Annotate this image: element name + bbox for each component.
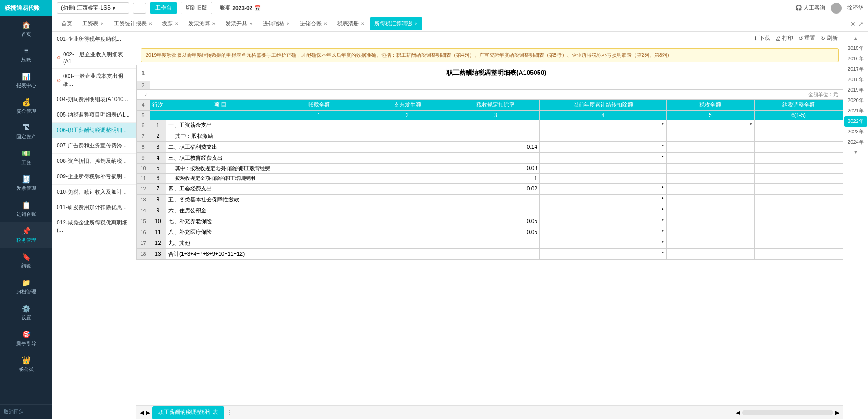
year-2022[interactable]: 2022年 <box>844 116 867 127</box>
year-2015[interactable]: 2015年 <box>844 43 867 54</box>
horizontal-scrollbar[interactable] <box>742 410 833 415</box>
tab-invoice[interactable]: 发票✕ <box>157 17 183 30</box>
download-button[interactable]: ⬇ 下载 <box>753 34 770 42</box>
list-panel: 001-企业所得税年度纳税... ⊘ 002-一般企业收入明细表(A1... ⊘… <box>52 32 136 419</box>
content-area: 001-企业所得税年度纳税... ⊘ 002-一般企业收入明细表(A1... ⊘… <box>52 32 868 419</box>
refresh-icon: ↻ <box>821 35 825 42</box>
header-row: 4 行次 项 目 账载全额 支东发生额 税收规定扣除率 以前年度累计结转扣除额 … <box>137 99 843 110</box>
sidebar-item-salary[interactable]: 💵 工资 <box>0 145 52 171</box>
sheet-options-icon[interactable]: ⋮ <box>226 409 232 416</box>
sidebar-item-settings[interactable]: ⚙️ 设置 <box>0 300 52 326</box>
main-area: (勿删) 江西睿宝-LSS ▾ □ 工作台 切到旧版 账期 2023-02 📅 … <box>52 0 868 419</box>
tab-tax-clearance[interactable]: 税表清册✕ <box>333 17 369 30</box>
tab-close-invoice[interactable]: ✕ <box>175 21 178 26</box>
tab-close-income-tax[interactable]: ✕ <box>414 21 418 26</box>
bottom-tab-salary[interactable]: 职工薪酬纳税调整明细表 <box>152 406 224 419</box>
list-item-009[interactable]: 009-企业所得税弥补亏损明... <box>52 169 136 185</box>
spreadsheet-toolbar: ⬇ 下载 🖨 打印 ↺ 重置 ↻ 刷新 <box>136 32 843 45</box>
company-selector[interactable]: (勿删) 江西睿宝-LSS ▾ <box>57 2 129 14</box>
list-item-011[interactable]: 011-研发费用加计扣除优惠... <box>52 200 136 215</box>
list-item-008[interactable]: 008-资产折旧、摊销及纳税... <box>52 154 136 169</box>
scroll-bar-right-icon[interactable]: ▶ <box>835 409 839 416</box>
year-2016[interactable]: 2016年 <box>844 54 867 64</box>
sidebar-item-general-ledger[interactable]: ≡ 总账 <box>0 42 52 68</box>
user-name[interactable]: 徐泽华 <box>847 4 863 12</box>
scroll-bar-left-icon[interactable]: ◀ <box>736 409 740 416</box>
year-2017[interactable]: 2017年 <box>844 64 867 74</box>
sidebar-item-member[interactable]: 👑 畅会员 <box>0 351 52 377</box>
list-item-001[interactable]: 001-企业所得税年度纳税... <box>52 32 136 47</box>
list-item-006[interactable]: 006-职工薪酬纳税调整明细... <box>52 123 136 138</box>
tab-income-tax[interactable]: 所得税汇算清缴✕ <box>370 17 422 30</box>
tab-close-purchase-ledger[interactable]: ✕ <box>324 21 327 26</box>
list-item-003[interactable]: ⊘ 003-一般企业成本支出明细... <box>52 69 136 92</box>
tab-invoice-open[interactable]: 发票开具✕ <box>221 17 257 30</box>
workspace-button[interactable]: 工作台 <box>150 2 177 14</box>
period-calendar-icon[interactable]: 📅 <box>254 5 261 11</box>
tab-close-salary-stats[interactable]: ✕ <box>148 21 152 26</box>
sidebar-item-newbie[interactable]: 🎯 新手引导 <box>0 326 52 351</box>
year-2021[interactable]: 2021年 <box>844 106 867 116</box>
list-item-002[interactable]: ⊘ 002-一般企业收入明细表(A1... <box>52 47 136 69</box>
list-item-007[interactable]: 007-广告费和业务宣传费跨... <box>52 138 136 154</box>
year-scroll-down-button[interactable]: ▼ <box>849 147 862 156</box>
refresh-button[interactable]: ↻ 刷新 <box>821 34 838 42</box>
table-row: 7 2 其中：股权激励 <box>137 131 843 141</box>
row-num-1: 1 <box>137 65 150 81</box>
tab-salary-table[interactable]: 工资表✕ <box>78 17 108 30</box>
reset-button[interactable]: ↺ 重置 <box>799 34 815 42</box>
download-icon: ⬇ <box>753 35 758 42</box>
year-2023[interactable]: 2023年 <box>844 127 867 137</box>
tab-purchase-ledger[interactable]: 进销台账✕ <box>295 17 332 30</box>
list-item-012[interactable]: 012-减免企业所得税优惠明细(... <box>52 215 136 237</box>
tab-purchase-verify[interactable]: 进销稽核✕ <box>258 17 294 30</box>
list-item-010[interactable]: 010-免税、减计收入及加计... <box>52 185 136 200</box>
tab-close-invoice-open[interactable]: ✕ <box>249 21 253 26</box>
table-row: 11 6 按税收规定全额扣除的职工培训费用 1 <box>137 173 843 183</box>
sheet-container[interactable]: 1 职工薪酬纳税调整明细表(A105050) 2 3 金额单位：元 <box>136 65 843 406</box>
sidebar-item-sales[interactable]: 📋 进销台账 <box>0 196 52 222</box>
title-row: 1 职工薪酬纳税调整明细表(A105050) <box>137 65 843 81</box>
tab-close-purchase-verify[interactable]: ✕ <box>286 21 290 26</box>
expand-tabs-button[interactable]: ⤢ <box>858 20 863 28</box>
close-all-tabs-button[interactable]: ✕ <box>850 20 856 28</box>
reports-icon: 📊 <box>22 72 31 81</box>
scroll-left-button[interactable]: ◀ <box>140 409 144 416</box>
scroll-right-button[interactable]: ▶ <box>146 409 150 416</box>
tab-close-salary-table[interactable]: ✕ <box>100 21 104 26</box>
error-icon-003: ⊘ <box>57 78 61 83</box>
support-button[interactable]: 🎧 人工客询 <box>795 4 825 12</box>
table-row: 17 12 九、其他 * <box>137 238 843 248</box>
invoice-icon: 🧾 <box>22 175 31 184</box>
member-icon: 👑 <box>22 356 31 365</box>
year-2024[interactable]: 2024年 <box>844 137 867 147</box>
unpin-button[interactable]: 取消固定 <box>0 404 52 419</box>
sidebar-item-invoice[interactable]: 🧾 发票管理 <box>0 171 52 196</box>
sidebar-item-assets[interactable]: 💰 资金管理 <box>0 93 52 119</box>
sidebar-item-archive[interactable]: 📁 归档管理 <box>0 274 52 300</box>
tab-home[interactable]: 首页 <box>57 17 77 30</box>
table-row: 15 10 七、补充养老保险 0.05 * <box>137 216 843 227</box>
tab-close-tax-clearance[interactable]: ✕ <box>361 21 364 26</box>
salary-icon: 💵 <box>22 149 31 158</box>
tab-salary-stats[interactable]: 工资统计报表✕ <box>109 17 157 30</box>
year-2018[interactable]: 2018年 <box>844 74 867 85</box>
tab-close-invoice-calc[interactable]: ✕ <box>212 21 216 26</box>
row-2: 2 <box>137 81 843 89</box>
year-2020[interactable]: 2020年 <box>844 95 867 106</box>
tab-invoice-calc[interactable]: 发票测算✕ <box>184 17 220 30</box>
print-button[interactable]: 🖨 打印 <box>775 34 793 42</box>
sidebar-item-tax[interactable]: 📌 税务管理 <box>0 222 52 248</box>
headset-icon: 🎧 <box>795 5 802 11</box>
sidebar-item-fixed-assets[interactable]: 🏗 固定资产 <box>0 119 52 145</box>
year-2019[interactable]: 2019年 <box>844 85 867 95</box>
list-item-004[interactable]: 004-期间费用明细表(A1040... <box>52 92 136 107</box>
period-label: 账期 2023-02 📅 <box>220 4 261 12</box>
sidebar-item-home[interactable]: 🏠 首页 <box>0 16 52 42</box>
copy-period-button[interactable]: □ <box>133 3 146 14</box>
back-old-button[interactable]: 切到旧版 <box>181 2 212 14</box>
list-item-005[interactable]: 005-纳税调整项目明细表(A1... <box>52 107 136 123</box>
year-scroll-up-button[interactable]: ▲ <box>849 34 862 43</box>
sidebar-item-reports[interactable]: 📊 报表中心 <box>0 68 52 93</box>
sidebar-item-settlement[interactable]: 🔖 结账 <box>0 248 52 274</box>
